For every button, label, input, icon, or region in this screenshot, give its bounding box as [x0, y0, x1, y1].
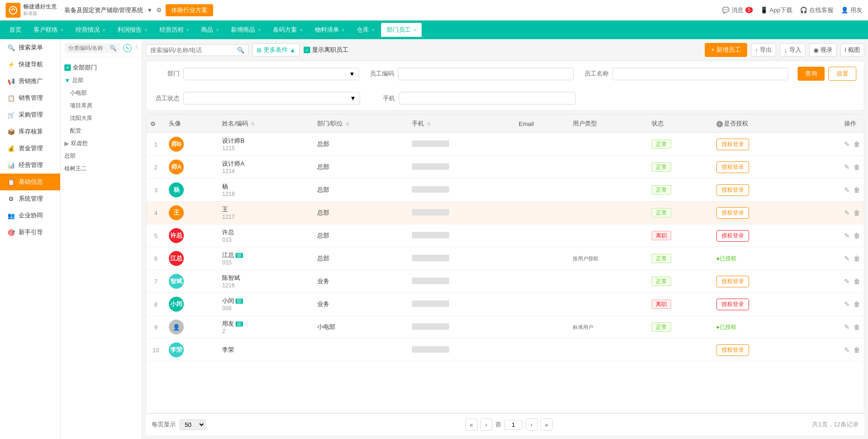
sidebar-item-collab[interactable]: 👥 企业协同: [0, 207, 60, 224]
delete-icon[interactable]: 🗑: [854, 232, 860, 239]
edit-icon[interactable]: ✎: [844, 323, 850, 331]
view-btn[interactable]: ◉ 视录: [809, 43, 837, 56]
last-page-btn[interactable]: »: [541, 418, 553, 431]
next-page-btn[interactable]: ›: [526, 418, 538, 431]
auth-btn[interactable]: 授权登录: [716, 299, 749, 310]
auth-btn[interactable]: 授权登录: [716, 161, 749, 173]
auth-btn[interactable]: 授权登录: [716, 230, 749, 242]
more-filter-btn[interactable]: ⊞ 更多条件 ▲: [252, 43, 300, 56]
setup-btn[interactable]: 设置: [828, 67, 856, 81]
sidebar-item-finance[interactable]: 💰 资金管理: [0, 140, 60, 157]
dept-node-xiaodianzongbu[interactable]: 小电部: [61, 87, 142, 99]
page-input[interactable]: [504, 420, 523, 430]
nav-tab-客户联络[interactable]: 客户联络 ×: [28, 23, 69, 37]
first-page-btn[interactable]: «: [465, 418, 478, 431]
dept-node-xiangmukufang[interactable]: 项目库房: [61, 99, 142, 112]
tab-close-icon[interactable]: ×: [342, 28, 345, 33]
nav-tab-经营情况[interactable]: 经营情况 ×: [70, 23, 111, 37]
delete-icon[interactable]: 🗑: [854, 140, 860, 148]
sort-dept-icon[interactable]: ⇅: [346, 121, 349, 126]
auth-btn[interactable]: 授权登录: [716, 207, 749, 219]
edit-icon[interactable]: ✎: [844, 255, 850, 262]
sidebar-item-search[interactable]: 🔍 搜索菜单: [0, 39, 60, 56]
tab-close-icon[interactable]: ×: [61, 28, 63, 33]
sidebar-item-operation[interactable]: 📊 经营管理: [0, 157, 60, 174]
delete-icon[interactable]: 🗑: [854, 255, 860, 262]
edit-icon[interactable]: ✎: [844, 300, 850, 308]
tab-close-icon[interactable]: ×: [372, 28, 375, 33]
delete-icon[interactable]: 🗑: [854, 300, 860, 308]
dept-collapse-btn[interactable]: 《: [133, 44, 138, 52]
nav-tab-条码方案[interactable]: 条码方案 ×: [267, 23, 308, 37]
delete-icon[interactable]: 🗑: [854, 323, 860, 331]
nav-tab-仓库[interactable]: 仓库 ×: [351, 23, 380, 37]
app-download-btn[interactable]: 📱 App下载: [760, 6, 792, 14]
settings-icon[interactable]: ⚙: [150, 120, 156, 127]
dept-search-input[interactable]: [68, 45, 110, 51]
auth-btn[interactable]: 授权登录: [716, 344, 749, 356]
nav-tab-新增商品[interactable]: 新增商品 ×: [225, 23, 266, 37]
edit-icon[interactable]: ✎: [844, 209, 850, 216]
search-input[interactable]: [150, 47, 237, 54]
page-size-select[interactable]: 50 100: [180, 419, 206, 430]
edit-icon[interactable]: ✎: [844, 140, 850, 148]
edit-icon[interactable]: ✎: [844, 232, 850, 239]
export-btn[interactable]: ↑ 导出: [751, 43, 777, 56]
nav-tab-经营历程[interactable]: 经营历程 ×: [154, 23, 195, 37]
sidebar-item-guide[interactable]: 🎯 新手引导: [0, 224, 60, 241]
filter-dept-select[interactable]: ▼: [183, 68, 359, 80]
tab-close-icon[interactable]: ×: [187, 28, 189, 33]
dept-node-shuangxuxiang[interactable]: ▶ 双虚想: [61, 137, 142, 150]
tab-close-icon[interactable]: ×: [145, 28, 147, 33]
delete-icon[interactable]: 🗑: [854, 209, 860, 216]
trial-btn[interactable]: 体验行业方案: [166, 4, 213, 16]
sort-phone-icon[interactable]: ⇅: [427, 121, 431, 126]
dept-node-zongbu[interactable]: ▼ 总部: [61, 74, 142, 87]
screenshot-btn[interactable]: I 截图: [840, 43, 864, 56]
message-btn[interactable]: 💬 消息 5: [722, 6, 753, 14]
tab-close-icon[interactable]: ×: [216, 28, 219, 33]
nav-tab-利润报告[interactable]: 利润报告 ×: [112, 23, 153, 37]
sidebar-item-marketing[interactable]: 📢 营销推广: [0, 73, 60, 90]
nav-tab-部门员工[interactable]: 部门员工 ×: [381, 23, 422, 37]
tab-close-icon[interactable]: ×: [300, 28, 303, 33]
prev-page-btn[interactable]: ‹: [480, 418, 493, 431]
nav-tab-商品[interactable]: 商品 ×: [195, 23, 224, 37]
all-dept-item[interactable]: # 全部部门: [61, 61, 142, 74]
filter-empcode-input[interactable]: [398, 68, 574, 80]
auth-btn[interactable]: 授权登录: [716, 139, 749, 150]
nav-tab-首页[interactable]: 首页: [4, 23, 27, 37]
nav-tab-物料清单[interactable]: 物料清单 ×: [309, 23, 350, 37]
dept-node-shenyangdaku[interactable]: 沈阳大库: [61, 112, 142, 125]
add-employee-btn[interactable]: + 新增员工: [705, 43, 747, 57]
edit-icon[interactable]: ✎: [844, 346, 850, 354]
sidebar-item-inventory[interactable]: 📦 库存核算: [0, 123, 60, 140]
auth-btn[interactable]: 授权登录: [716, 276, 749, 287]
sidebar-item-basic[interactable]: 📋 基础信息: [0, 174, 60, 190]
tab-close-icon[interactable]: ×: [414, 28, 417, 33]
delete-icon[interactable]: 🗑: [854, 278, 860, 285]
filter-phone-input[interactable]: [399, 92, 576, 105]
edit-icon[interactable]: ✎: [844, 278, 850, 285]
edit-icon[interactable]: ✎: [844, 163, 850, 171]
online-service-btn[interactable]: 🎧 在线客服: [800, 6, 833, 14]
delete-icon[interactable]: 🗑: [854, 186, 860, 194]
edit-icon[interactable]: ✎: [844, 186, 850, 194]
dept-search-box[interactable]: 🔍: [64, 43, 120, 53]
sidebar-item-system[interactable]: ⚙ 系统管理: [0, 190, 60, 207]
sidebar-item-purchase[interactable]: 🛒 采购管理: [0, 106, 60, 123]
delete-icon[interactable]: 🗑: [854, 346, 860, 354]
auth-btn[interactable]: 授权登录: [716, 184, 749, 196]
search-box[interactable]: 🔍: [146, 44, 249, 56]
filter-empname-input[interactable]: [612, 68, 788, 80]
dept-edit-btn[interactable]: ✎: [123, 44, 132, 52]
system-dropdown-btn[interactable]: ▼: [147, 7, 153, 14]
delete-icon[interactable]: 🗑: [854, 163, 860, 171]
filter-status-select[interactable]: ▼: [183, 92, 360, 105]
gear-btn[interactable]: ⚙: [156, 7, 162, 14]
tab-close-icon[interactable]: ×: [103, 28, 105, 33]
query-btn[interactable]: 查询: [798, 67, 825, 81]
tab-close-icon[interactable]: ×: [258, 28, 261, 33]
dept-node-peihuo[interactable]: 配货: [61, 125, 142, 137]
sort-name-icon[interactable]: ⇅: [251, 121, 255, 126]
